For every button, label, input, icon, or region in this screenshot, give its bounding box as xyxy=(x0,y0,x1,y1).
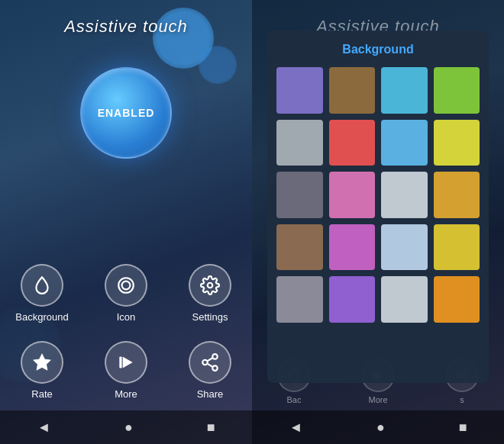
svg-point-6 xyxy=(212,354,218,359)
color-swatch-7[interactable] xyxy=(434,120,480,166)
color-swatch-6[interactable] xyxy=(381,120,428,166)
background-icon-circle xyxy=(21,264,63,307)
star-icon xyxy=(32,352,52,372)
right-panel: Assistive touch Background Bac xyxy=(252,0,504,444)
svg-marker-4 xyxy=(123,356,133,368)
left-panel: Assistive touch ENABLED Background xyxy=(0,0,252,444)
circle-dot-icon xyxy=(116,275,136,295)
settings-button[interactable]: Settings xyxy=(168,252,252,329)
right-more-label: More xyxy=(368,395,387,404)
right-nav-back-icon[interactable]: ◄ xyxy=(289,420,302,436)
svg-rect-5 xyxy=(119,356,121,368)
color-swatch-15[interactable] xyxy=(434,224,480,271)
right-background-label: Bac xyxy=(287,395,302,404)
right-nav-bar: ◄ ● ■ xyxy=(252,410,504,444)
color-swatch-14[interactable] xyxy=(381,224,428,271)
app-title-left: Assistive touch xyxy=(64,17,188,37)
svg-point-8 xyxy=(212,365,218,371)
icon-icon-circle xyxy=(105,264,147,307)
right-nav-recent-icon[interactable]: ■ xyxy=(459,420,467,436)
svg-rect-0 xyxy=(118,278,134,293)
right-nav-home-icon[interactable]: ● xyxy=(376,420,385,436)
left-nav-bar: ◄ ● ■ xyxy=(0,410,252,444)
gear-icon xyxy=(200,275,220,295)
share-button[interactable]: Share xyxy=(168,329,252,406)
color-swatch-2[interactable] xyxy=(381,67,428,114)
color-swatch-13[interactable] xyxy=(329,224,376,271)
nav-home-icon[interactable]: ● xyxy=(124,420,133,436)
color-grid xyxy=(276,67,480,323)
color-swatch-9[interactable] xyxy=(329,172,376,218)
settings-icon-circle xyxy=(189,264,231,307)
share-icon xyxy=(200,352,220,372)
color-swatch-1[interactable] xyxy=(329,67,376,114)
background-label: Background xyxy=(15,311,68,323)
color-swatch-19[interactable] xyxy=(434,276,480,323)
icon-label: Icon xyxy=(117,311,136,323)
right-share-label: s xyxy=(460,395,464,404)
right-content: Assistive touch Background Bac xyxy=(252,0,504,444)
svg-point-2 xyxy=(208,283,213,288)
share-icon-circle xyxy=(189,341,231,384)
color-picker-title: Background xyxy=(342,43,413,56)
left-content: Assistive touch ENABLED Background xyxy=(0,0,252,444)
droplet-icon xyxy=(32,275,52,295)
nav-recent-icon[interactable]: ■ xyxy=(207,420,215,436)
svg-point-1 xyxy=(122,282,131,290)
more-icon-circle xyxy=(105,341,147,384)
color-swatch-4[interactable] xyxy=(276,120,323,166)
background-button[interactable]: Background xyxy=(0,252,84,329)
rate-button[interactable]: Rate xyxy=(0,329,84,406)
svg-line-10 xyxy=(207,358,212,361)
color-swatch-12[interactable] xyxy=(276,224,323,271)
more-label: More xyxy=(115,388,137,400)
more-button[interactable]: More xyxy=(84,329,168,406)
rate-icon-circle xyxy=(21,341,63,384)
svg-point-7 xyxy=(202,360,208,365)
color-swatch-8[interactable] xyxy=(276,172,323,218)
color-swatch-0[interactable] xyxy=(276,67,323,114)
svg-marker-3 xyxy=(34,354,50,370)
icon-button[interactable]: Icon xyxy=(84,252,168,329)
color-swatch-11[interactable] xyxy=(434,172,480,218)
color-swatch-18[interactable] xyxy=(381,276,428,323)
color-swatch-10[interactable] xyxy=(381,172,428,218)
enabled-toggle[interactable]: ENABLED xyxy=(80,67,172,159)
nav-back-icon[interactable]: ◄ xyxy=(37,420,50,436)
color-swatch-5[interactable] xyxy=(329,120,376,166)
share-label: Share xyxy=(197,388,224,400)
color-picker-overlay: Background xyxy=(267,31,489,383)
color-swatch-3[interactable] xyxy=(434,67,480,114)
svg-line-9 xyxy=(207,364,212,367)
rate-label: Rate xyxy=(31,388,52,400)
enabled-label: ENABLED xyxy=(98,107,155,119)
color-swatch-16[interactable] xyxy=(276,276,323,323)
color-swatch-17[interactable] xyxy=(329,276,376,323)
play-icon xyxy=(116,352,136,372)
settings-label: Settings xyxy=(192,311,228,323)
